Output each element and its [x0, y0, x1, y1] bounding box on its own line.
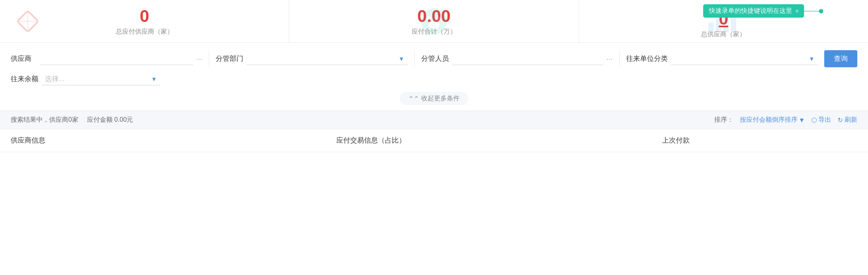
refresh-label: 刷新	[845, 115, 857, 124]
col-header-supplier-info: 供应商信息	[11, 136, 336, 145]
search-area: 供应商 ··· 分管部门 ▼ 分管人员 ··· 往来单位分类	[0, 43, 868, 111]
unit-class-select-wrapper: ▼	[671, 52, 818, 65]
export-icon: ⬡	[811, 116, 817, 124]
svg-point-4	[427, 16, 432, 21]
export-button[interactable]: ⬡ 导出	[811, 115, 831, 124]
query-button[interactable]: 查询	[824, 50, 857, 67]
unit-class-label: 往来单位分类	[626, 54, 668, 64]
search-row-2: 往来余额 选择... ▼	[11, 73, 857, 85]
department-field: 分管部门 ▼	[216, 52, 407, 65]
supplier-label: 供应商	[11, 54, 37, 64]
department-select-wrapper: ▼	[247, 52, 407, 65]
collapse-button[interactable]: ⌃⌃ 收起更多条件	[400, 92, 468, 105]
balance-select-wrapper: 选择... ▼	[42, 73, 160, 85]
tooltip-dot	[819, 9, 824, 13]
refresh-icon: ↻	[838, 116, 843, 124]
collapse-label: 收起更多条件	[421, 94, 460, 103]
unit-class-field: 往来单位分类 ▼	[626, 52, 818, 65]
balance-select[interactable]: 选择...	[42, 73, 160, 85]
search-row-1: 供应商 ··· 分管部门 ▼ 分管人员 ··· 往来单位分类	[11, 50, 857, 67]
stat-total-payable-suppliers: 0 总应付供应商（家）	[0, 0, 289, 42]
divider-1	[209, 51, 209, 67]
tooltip-bubble: 快速录单的快捷键说明在这里 ×	[704, 4, 804, 18]
unit-class-select[interactable]	[671, 52, 818, 65]
svg-point-7	[432, 24, 433, 26]
table-header: 供应商信息 应付交易信息（占比） 上次付款	[0, 129, 868, 152]
total-payable-label: 总应付供应商（家）	[116, 27, 173, 36]
result-actions: 排序： 按应付会额倒序排序 ▼ ⬡ 导出 ↻ 刷新	[714, 115, 857, 124]
tooltip-close-btn[interactable]: ×	[795, 7, 799, 15]
piggy-icon	[419, 6, 449, 36]
supplier-field: 供应商 ···	[11, 52, 202, 65]
person-label: 分管人员	[421, 54, 449, 64]
collapse-row: ⌃⌃ 收起更多条件	[11, 89, 857, 111]
person-input[interactable]	[452, 52, 604, 65]
refresh-button[interactable]: ↻ 刷新	[838, 115, 857, 124]
stat-total-suppliers: 快速录单的快捷键说明在这里 × 0 总供应商（家）	[579, 0, 868, 42]
result-amount: 应付金额 0.00元	[87, 115, 133, 124]
result-bar: 搜索结果中，供应商0家 应付金额 0.00元 排序： 按应付会额倒序排序 ▼ ⬡…	[0, 111, 868, 129]
svg-rect-9	[708, 22, 714, 32]
divider-3	[619, 51, 620, 67]
collapse-up-icon: ⌃⌃	[408, 95, 419, 103]
stat-payable-total: 0.00 应付合计（万）	[289, 0, 579, 42]
department-select[interactable]	[247, 52, 407, 65]
table-area: 供应商信息 应付交易信息（占比） 上次付款	[0, 129, 868, 275]
sort-option-label: 按应付会额倒序排序	[740, 115, 798, 124]
svg-point-5	[436, 16, 441, 21]
table-body	[0, 152, 868, 275]
sort-label: 排序：	[714, 115, 733, 124]
result-supplier-count: 搜索结果中，供应商0家	[11, 115, 78, 124]
col-header-trade-info: 应付交易信息（占比）	[336, 136, 662, 145]
svg-point-8	[435, 24, 436, 26]
export-label: 导出	[818, 115, 831, 124]
supplier-more-btn[interactable]: ···	[196, 54, 203, 63]
col-header-last-payment: 上次付款	[662, 136, 857, 145]
diamond-logo-icon	[16, 10, 40, 33]
total-payable-number: 0	[140, 6, 149, 26]
svg-point-6	[428, 21, 439, 29]
stats-bar: 0 总应付供应商（家） 0.00 应付合计（万） 快速录单的快捷键说明在这里 ×	[0, 0, 868, 43]
supplier-input[interactable]	[41, 52, 193, 65]
balance-label: 往来余额	[11, 74, 38, 84]
department-label: 分管部门	[216, 54, 243, 64]
person-more-btn[interactable]: ···	[606, 54, 613, 63]
balance-field: 往来余额 选择... ▼	[11, 73, 160, 85]
sort-select-wrapper[interactable]: 按应付会额倒序排序 ▼	[740, 115, 805, 124]
person-field: 分管人员 ···	[421, 52, 613, 65]
sort-arrow-icon: ▼	[799, 116, 805, 124]
svg-rect-10	[716, 18, 721, 32]
tooltip-text: 快速录单的快捷键说明在这里	[709, 6, 792, 15]
divider-2	[414, 51, 415, 67]
result-info: 搜索结果中，供应商0家 应付金额 0.00元	[11, 115, 133, 124]
